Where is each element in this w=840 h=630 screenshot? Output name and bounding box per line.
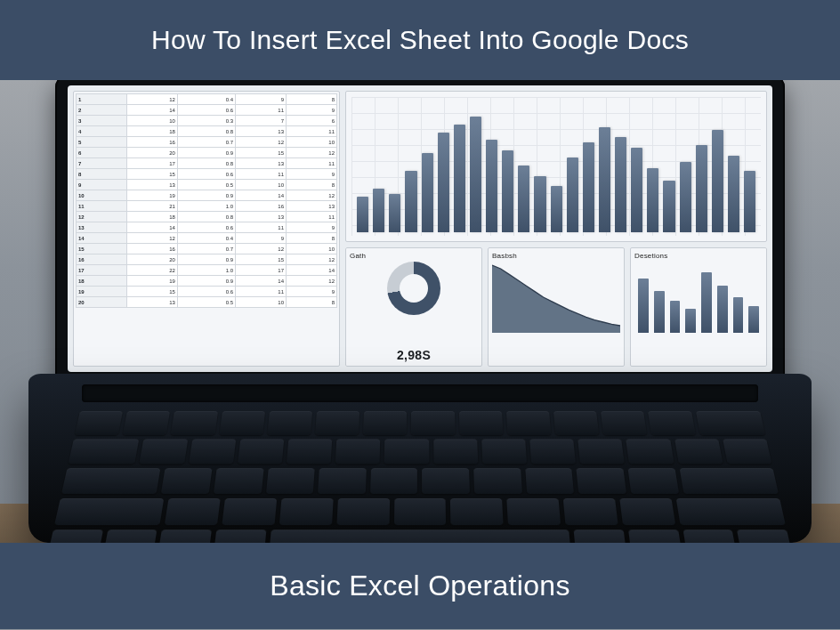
cell: 1.0 (177, 201, 235, 212)
cell: 16 (236, 201, 287, 212)
cell: 11 (287, 126, 337, 137)
cell: 0.8 (177, 212, 235, 222)
cell: 17 (77, 265, 127, 276)
cell: 7 (77, 158, 127, 169)
cell: 14 (236, 276, 287, 287)
bar (534, 176, 545, 232)
cell: 1.0 (177, 265, 235, 276)
cell: 0.9 (177, 148, 235, 158)
cell: 9 (236, 94, 287, 105)
cell: 0.9 (177, 190, 235, 201)
page-title: How To Insert Excel Sheet Into Google Do… (151, 25, 689, 54)
bar (567, 158, 578, 232)
cell: 0.7 (177, 244, 235, 254)
cell: 18 (126, 126, 177, 137)
bar (583, 142, 594, 232)
bar (733, 297, 744, 333)
cell: 12 (126, 233, 177, 244)
cell: 13 (126, 180, 177, 190)
cell: 16 (126, 244, 177, 254)
cell: 8 (287, 233, 337, 244)
footer-band: Basic Excel Operations (0, 543, 840, 629)
bar (405, 171, 416, 232)
cell: 14 (236, 190, 287, 201)
cell: 12 (287, 254, 337, 265)
bar (717, 286, 728, 333)
cell: 3 (77, 116, 127, 126)
spreadsheet-grid: 1120.4982140.61193100.3764180.813115160.… (73, 91, 340, 367)
cell: 13 (126, 297, 177, 308)
data-table: 1120.4982140.61193100.3764180.813115160.… (76, 93, 337, 308)
cell: 15 (236, 148, 287, 158)
bar (728, 156, 739, 232)
cell: 17 (126, 158, 177, 169)
cell: 13 (77, 222, 127, 233)
cell: 1 (77, 94, 127, 105)
cell: 13 (287, 201, 337, 212)
donut-value: 2,98S (346, 348, 481, 362)
bar (470, 117, 481, 232)
smallbar-title: Desetions (634, 252, 763, 260)
cell: 9 (287, 105, 337, 116)
cell: 5 (77, 137, 127, 148)
bar (712, 130, 723, 232)
cell: 0.5 (177, 180, 235, 190)
cell: 12 (287, 148, 337, 158)
mini-charts-row: Gath 2,98S Basbsh Desetions (345, 247, 767, 367)
bar (680, 162, 691, 232)
bar (438, 133, 449, 232)
cell: 19 (126, 190, 177, 201)
cell: 16 (77, 254, 127, 265)
cell: 0.6 (177, 105, 235, 116)
cell: 12 (77, 212, 127, 222)
bar (422, 153, 433, 232)
cell: 11 (236, 222, 287, 233)
header-band: How To Insert Excel Sheet Into Google Do… (0, 0, 840, 80)
cell: 9 (287, 287, 337, 297)
cell: 9 (287, 222, 337, 233)
bar (486, 140, 497, 232)
cell: 8 (287, 297, 337, 308)
cell: 15 (77, 244, 127, 254)
keyboard (55, 411, 785, 521)
spreadsheet-app: 1120.4982140.61193100.3764180.813115160.… (68, 85, 772, 372)
cell: 11 (287, 158, 337, 169)
cell: 0.8 (177, 158, 235, 169)
cell: 19 (77, 287, 127, 297)
cell: 10 (77, 190, 127, 201)
cell: 8 (287, 94, 337, 105)
bar (696, 145, 707, 232)
cell: 0.8 (177, 126, 235, 137)
bar (502, 150, 513, 232)
cell: 20 (126, 148, 177, 158)
cell: 11 (77, 201, 127, 212)
cell: 0.7 (177, 137, 235, 148)
bar (638, 279, 649, 333)
cell: 9 (77, 180, 127, 190)
cell: 12 (287, 190, 337, 201)
donut-chart-panel: Gath 2,98S (345, 247, 482, 367)
cell: 14 (126, 105, 177, 116)
donut-chart (387, 262, 440, 315)
cell: 12 (126, 94, 177, 105)
cell: 14 (287, 265, 337, 276)
bar (647, 168, 658, 232)
cell: 2 (77, 105, 127, 116)
hero-image: 1120.4982140.61193100.3764180.813115160.… (0, 80, 840, 543)
cell: 10 (236, 180, 287, 190)
footer-title: Basic Excel Operations (270, 569, 569, 602)
cell: 14 (126, 222, 177, 233)
cell: 8 (77, 169, 127, 180)
donut-title: Gath (350, 252, 478, 260)
cell: 0.4 (177, 94, 235, 105)
area-title: Basbsh (492, 252, 620, 260)
cell: 14 (77, 233, 127, 244)
cell: 4 (77, 126, 127, 137)
bar (373, 189, 384, 232)
cell: 18 (126, 212, 177, 222)
cell: 7 (236, 116, 287, 126)
cell: 0.6 (177, 222, 235, 233)
bar (357, 197, 368, 232)
bar (701, 272, 712, 333)
cell: 13 (236, 126, 287, 137)
